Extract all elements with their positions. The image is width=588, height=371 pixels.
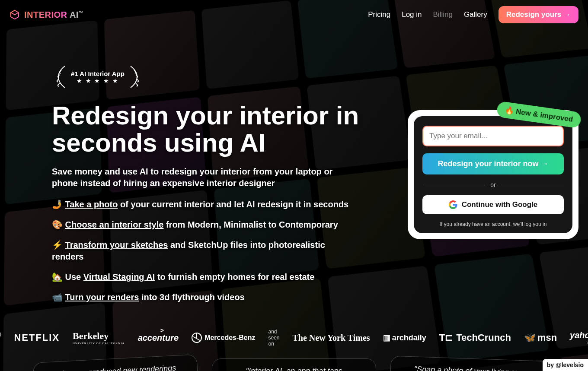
feature-2: 🎨 Choose an interior style from Modern, …: [52, 219, 355, 231]
redesign-now-button[interactable]: Redesign your interior now →: [422, 153, 564, 174]
continue-google-button[interactable]: Continue with Google: [422, 195, 564, 214]
or-divider: or: [422, 181, 564, 188]
logo-netflix: NETFLIX: [14, 332, 60, 343]
feature-3: ⚡ Transform your sketches and SketchUp f…: [52, 239, 355, 263]
badge-title: #1 AI Interior App: [71, 70, 125, 77]
brand-sub: AI: [70, 10, 79, 19]
headline: Redesign your interior in seconds using …: [52, 102, 380, 156]
author-credit[interactable]: by @levelsio: [543, 359, 588, 371]
nav-gallery[interactable]: Gallery: [464, 10, 487, 19]
laurel-right-icon: [126, 64, 144, 90]
logo-msn: 🦋 msn: [524, 332, 557, 343]
badge-stars: ★ ★ ★ ★ ★: [77, 77, 119, 84]
signup-fineprint: If you already have an account, we'll lo…: [422, 221, 564, 227]
logo-accenture: accenture: [138, 333, 179, 343]
nav-login[interactable]: Log in: [402, 10, 422, 19]
brand-tm: ™: [79, 10, 83, 15]
brand-main: INTERIOR: [24, 10, 67, 19]
nav-pricing[interactable]: Pricing: [368, 10, 390, 19]
logo-mercedes: Mercedes-Benz: [192, 333, 255, 343]
feature-1: 🤳 Take a photo of your current interior …: [52, 199, 355, 210]
logo-techcrunch: T⊏TechCrunch: [439, 332, 511, 343]
feature-3-link[interactable]: Transform your sketches: [65, 240, 168, 250]
quote-card-2: "Interior AI, an app that taps: [212, 358, 376, 371]
quote-row: "The app produced new renderings "Interi…: [0, 358, 588, 371]
nav-billing[interactable]: Billing: [433, 10, 453, 19]
award-badge: #1 AI Interior App ★ ★ ★ ★ ★: [52, 64, 380, 90]
feature-5: 📹 Turn your renders into 3d flythrough v…: [52, 292, 355, 303]
cube-icon: [10, 10, 20, 20]
logo-yahoo: yahoo!news: [570, 330, 588, 345]
logo-nyt: The New York Times: [293, 333, 370, 343]
tagline: Save money and use AI to redesign your i…: [52, 166, 355, 189]
email-input[interactable]: [422, 126, 564, 146]
feature-1-link[interactable]: Take a photo: [65, 200, 118, 209]
feature-2-link[interactable]: Choose an interior style: [65, 220, 164, 229]
feature-5-link[interactable]: Turn your renders: [65, 292, 139, 302]
press-logo-row: used by NETFLIX BerkeleyUNIVERSITY OF CA…: [0, 329, 588, 347]
feature-4: 🏡 Use Virtual Staging AI to furnish empt…: [52, 271, 355, 283]
google-icon: [449, 200, 457, 209]
top-nav: INTERIOR AI™ Pricing Log in Billing Gall…: [0, 0, 588, 29]
logo-berkeley: BerkeleyUNIVERSITY OF CALIFORNIA: [73, 330, 125, 345]
seen-on-label: and seen on: [268, 329, 280, 347]
logo-archdaily: ▥ archdaily: [383, 333, 426, 342]
nav-cta-button[interactable]: Redesign yours →: [499, 6, 578, 23]
feature-4-link[interactable]: Virtual Staging AI: [83, 272, 155, 282]
used-by-label: used by: [0, 332, 1, 344]
brand[interactable]: INTERIOR AI™: [10, 10, 83, 20]
laurel-left-icon: [52, 64, 69, 90]
mercedes-star-icon: [192, 333, 202, 343]
signup-card: 🔥 New & improved Redesign your interior …: [408, 110, 578, 239]
